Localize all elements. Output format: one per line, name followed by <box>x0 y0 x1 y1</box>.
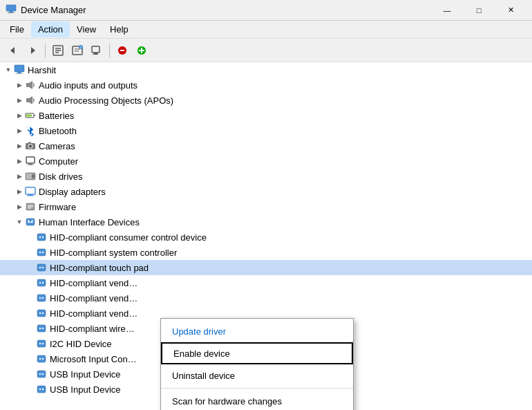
computer-icon <box>14 64 25 75</box>
forward-button[interactable] <box>23 41 41 59</box>
tree-item-audio-io[interactable]: ▶ Audio inputs and outputs <box>0 77 532 93</box>
title-bar: Device Manager — □ ✕ <box>0 0 532 21</box>
svg-rect-16 <box>93 54 98 55</box>
tree-item-harshit[interactable]: ▼ Harshit <box>0 62 532 77</box>
scan-button[interactable] <box>88 41 106 59</box>
svg-point-88 <box>39 389 41 390</box>
tree-item-computer[interactable]: ▶ Computer <box>0 153 532 169</box>
label-hid-vend2: HID-compliant vend… <box>50 293 137 304</box>
tree-item-cameras[interactable]: ▶ Cameras <box>0 138 532 153</box>
svg-rect-24 <box>16 73 23 74</box>
label-cameras: Cameras <box>39 141 75 151</box>
remove-button[interactable] <box>113 41 131 59</box>
svg-point-70 <box>39 297 41 299</box>
svg-point-86 <box>42 373 44 375</box>
label-disk: Disk drives <box>39 171 83 182</box>
menu-action[interactable]: Action <box>31 21 70 37</box>
hid-device-icon-1 <box>36 232 47 243</box>
svg-rect-87 <box>37 386 46 393</box>
svg-point-74 <box>42 313 44 314</box>
computer2-icon <box>25 156 36 167</box>
svg-rect-84 <box>37 371 46 378</box>
disk-icon <box>25 171 36 182</box>
label-batteries: Batteries <box>39 111 74 121</box>
svg-rect-63 <box>37 264 46 271</box>
ctx-uninstall-device[interactable]: Uninstall device <box>161 364 353 386</box>
svg-rect-81 <box>37 355 46 362</box>
tree-item-hid-touchpad[interactable]: ▶ HID-compliant touch pad <box>0 260 532 275</box>
hid-device-icon-4 <box>36 277 47 288</box>
close-button[interactable]: ✕ <box>495 0 526 21</box>
svg-rect-1 <box>9 11 13 12</box>
label-audio-proc: Audio Processing Objects (APOs) <box>39 95 173 106</box>
hid-device-icon-10 <box>36 369 47 380</box>
back-button[interactable] <box>4 41 22 59</box>
label-firmware: Firmware <box>39 202 76 212</box>
hid-device-icon-11 <box>36 384 47 395</box>
label-audio-io: Audio inputs and outputs <box>39 80 137 91</box>
menu-file[interactable]: File <box>3 21 31 37</box>
expander-audio-proc: ▶ <box>14 95 25 106</box>
expander-computer: ▶ <box>14 156 25 167</box>
svg-rect-31 <box>34 115 35 116</box>
label-hid-touchpad: HID-compliant touch pad <box>50 263 149 273</box>
label-usb-input2: USB Input Device <box>50 384 121 395</box>
tree-item-disk[interactable]: ▶ Disk drives <box>0 169 532 184</box>
svg-point-65 <box>42 267 44 268</box>
battery-icon <box>25 110 36 121</box>
update-button[interactable]: ? <box>68 41 86 59</box>
ctx-enable-device[interactable]: Enable device <box>161 342 353 364</box>
menu-view[interactable]: View <box>70 21 103 37</box>
label-hid-vend1: HID-compliant vend… <box>50 278 137 288</box>
svg-rect-75 <box>37 325 46 332</box>
tree-item-hid-vend1[interactable]: ▶ HID-compliant vend… <box>0 275 532 290</box>
label-display: Display adapters <box>39 187 106 197</box>
bluetooth-icon <box>25 125 36 136</box>
hid-device-icon-3 <box>36 262 47 273</box>
svg-point-73 <box>39 313 41 314</box>
tree-item-hid-vend2[interactable]: ▶ HID-compliant vend… <box>0 290 532 306</box>
tree-item-firmware[interactable]: ▶ Firmware <box>0 199 532 214</box>
add-button[interactable] <box>133 41 151 59</box>
svg-rect-22 <box>15 65 24 72</box>
context-menu: Update driver Enable device Uninstall de… <box>160 318 354 410</box>
ctx-scan-changes[interactable]: Scan for hardware changes <box>161 390 353 410</box>
ctx-sep-1 <box>161 388 353 389</box>
svg-rect-0 <box>6 5 16 11</box>
svg-rect-60 <box>37 249 46 256</box>
tree-item-hid-system[interactable]: ▶ HID-compliant system controller <box>0 245 532 260</box>
minimize-button[interactable]: — <box>431 0 463 21</box>
svg-point-44 <box>32 175 35 178</box>
svg-rect-78 <box>37 340 46 347</box>
hid-device-icon-8 <box>36 338 47 349</box>
expander-bluetooth: ▶ <box>14 125 25 136</box>
label-ms-input: Microsoft Input Con… <box>50 354 137 364</box>
display-icon <box>25 186 36 197</box>
title-bar-text: Device Manager <box>21 5 86 15</box>
svg-rect-38 <box>28 142 31 144</box>
svg-point-83 <box>42 358 44 360</box>
svg-point-62 <box>42 252 44 253</box>
tree-item-hid-consumer[interactable]: ▶ HID-compliant consumer control device <box>0 230 532 245</box>
svg-point-61 <box>39 252 41 253</box>
ctx-update-driver[interactable]: Update driver <box>161 320 353 342</box>
tree-item-hid[interactable]: ▼ Human Interface Devices <box>0 214 532 230</box>
tree-item-bluetooth[interactable]: ▶ Bluetooth <box>0 123 532 138</box>
svg-rect-39 <box>26 157 35 163</box>
tree-item-batteries[interactable]: ▶ Batteries <box>0 108 532 123</box>
svg-rect-72 <box>37 310 46 317</box>
tree-item-display[interactable]: ▶ Display adapters <box>0 184 532 199</box>
svg-point-71 <box>42 297 44 299</box>
tree-item-audio-proc[interactable]: ▶ Audio Processing Objects (APOs) <box>0 93 532 108</box>
title-bar-icon <box>6 3 17 17</box>
hid-device-icon-6 <box>36 308 47 319</box>
maximize-button[interactable]: □ <box>463 0 495 21</box>
hid-device-icon-5 <box>36 292 47 304</box>
menu-help[interactable]: Help <box>103 21 135 37</box>
toolbar-sep-1 <box>45 44 46 57</box>
menu-bar: File Action View Help <box>0 21 532 39</box>
properties-button[interactable] <box>49 41 67 59</box>
svg-rect-25 <box>26 83 29 87</box>
expander-batteries: ▶ <box>14 110 25 121</box>
svg-point-64 <box>39 267 41 268</box>
